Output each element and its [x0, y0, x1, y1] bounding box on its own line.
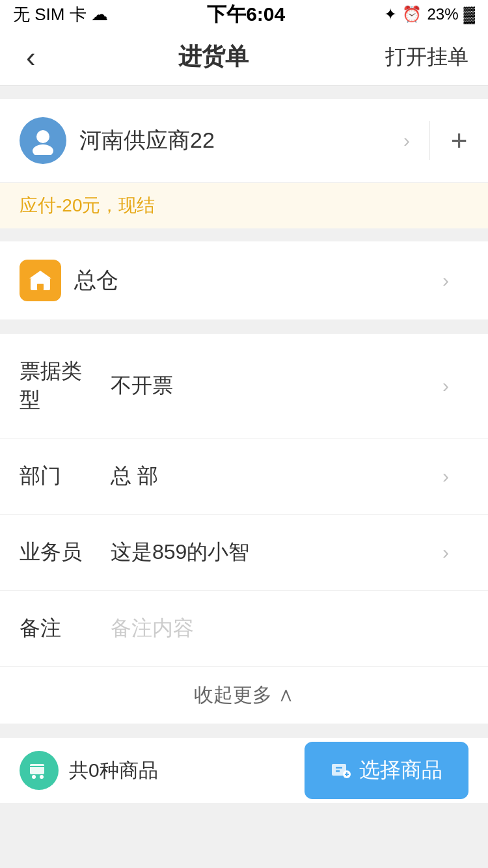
department-row[interactable]: 部门 总 部 ›	[0, 439, 488, 515]
warehouse-icon	[20, 260, 61, 301]
invoice-type-row[interactable]: 票据类型 不开票 ›	[0, 334, 488, 439]
open-pending-button[interactable]: 打开挂单	[385, 43, 468, 72]
warehouse-chevron-icon: ›	[442, 269, 449, 292]
nav-bar: ‹ 进货单 打开挂单	[0, 29, 488, 86]
svg-marker-3	[29, 271, 51, 278]
page-content: 河南供应商22 › + 应付-20元，现结 总仓 ›	[0, 86, 488, 868]
salesperson-chevron-icon: ›	[442, 541, 449, 563]
product-count-wrap: 共0种商品	[20, 751, 158, 790]
warehouse-divider	[0, 228, 488, 241]
add-supplier-button[interactable]: +	[429, 121, 468, 160]
alarm-icon: ⏰	[402, 5, 422, 23]
svg-point-7	[40, 775, 44, 779]
svg-rect-5	[30, 764, 44, 774]
battery-text: 23%	[427, 5, 458, 23]
top-divider	[0, 86, 488, 99]
warehouse-row[interactable]: 总仓 ›	[0, 241, 488, 319]
invoice-type-value: 不开票	[111, 372, 442, 400]
invoice-type-chevron-icon: ›	[442, 375, 449, 397]
warehouse-name: 总仓	[74, 265, 442, 295]
supplier-row[interactable]: 河南供应商22 › +	[0, 99, 488, 183]
bottom-bar: 共0种商品 选择商品	[0, 738, 488, 803]
remark-placeholder[interactable]: 备注内容	[111, 614, 468, 643]
status-time: 下午6:04	[207, 1, 285, 28]
collapse-label: 收起更多 ∧	[194, 682, 293, 709]
collapse-bar[interactable]: 收起更多 ∧	[0, 666, 488, 724]
svg-rect-4	[37, 284, 44, 290]
svg-point-6	[32, 775, 36, 779]
product-count-text: 共0种商品	[69, 757, 158, 784]
warehouse-card[interactable]: 总仓 ›	[0, 241, 488, 319]
supplier-avatar	[20, 117, 66, 164]
user-icon	[29, 126, 57, 155]
page-title: 进货单	[178, 41, 249, 73]
department-chevron-icon: ›	[442, 465, 449, 487]
status-right: ✦ ⏰ 23% ▓	[384, 5, 475, 23]
supplier-notice: 应付-20元，现结	[0, 183, 488, 228]
supplier-chevron-icon: ›	[403, 129, 410, 152]
svg-point-1	[33, 144, 53, 155]
remark-label: 备注	[20, 614, 98, 643]
status-left: 无 SIM 卡 ☁	[13, 3, 108, 26]
select-product-icon	[331, 760, 351, 781]
plus-icon: +	[451, 124, 468, 157]
supplier-card: 河南供应商22 › + 应付-20元，现结	[0, 99, 488, 228]
salesperson-row[interactable]: 业务员 这是859的小智 ›	[0, 515, 488, 591]
product-count-icon	[20, 751, 59, 790]
form-divider	[0, 319, 488, 332]
warehouse-svg-icon	[28, 268, 53, 293]
form-section: 票据类型 不开票 › 部门 总 部 › 业务员 这是859的小智 › 备注 备注…	[0, 334, 488, 666]
battery-icon: ▓	[464, 5, 476, 23]
remark-row[interactable]: 备注 备注内容	[0, 591, 488, 666]
salesperson-label: 业务员	[20, 538, 98, 567]
department-value: 总 部	[111, 462, 442, 491]
status-bar: 无 SIM 卡 ☁ 下午6:04 ✦ ⏰ 23% ▓	[0, 0, 488, 29]
cart-icon	[27, 759, 51, 782]
select-product-button[interactable]: 选择商品	[305, 742, 468, 799]
svg-point-0	[36, 130, 49, 143]
bottom-divider	[0, 724, 488, 737]
invoice-type-label: 票据类型	[20, 357, 98, 414]
salesperson-value: 这是859的小智	[111, 538, 442, 567]
location-icon: ✦	[384, 5, 397, 23]
supplier-name: 河南供应商22	[79, 126, 403, 156]
back-button[interactable]: ‹	[20, 34, 42, 80]
sim-signal: 无 SIM 卡 ☁	[13, 3, 108, 26]
department-label: 部门	[20, 462, 98, 491]
select-product-label: 选择商品	[359, 756, 442, 785]
